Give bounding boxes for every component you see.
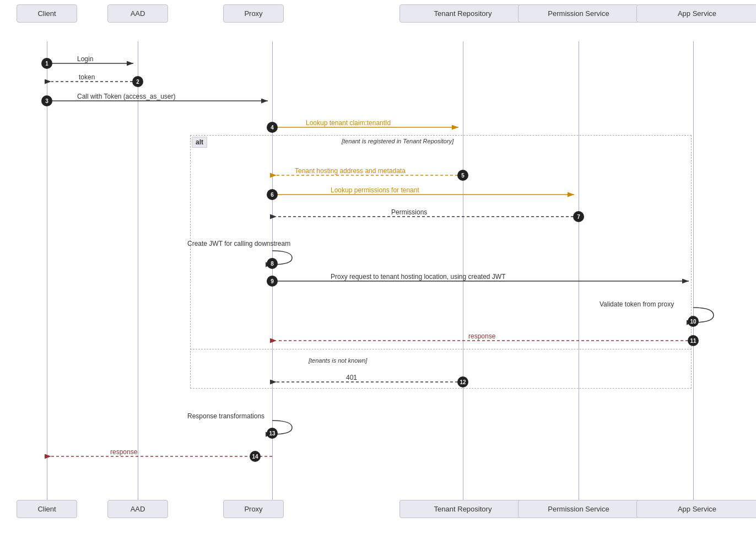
alt-condition-2: [tenants is not known] (309, 357, 367, 364)
msg-label-6: Lookup permissions for tenant (331, 186, 419, 194)
step-13: 13 (267, 428, 278, 439)
actor-aad-bottom: AAD (107, 500, 168, 518)
lifeline-aad (138, 41, 138, 503)
step-14: 14 (250, 451, 261, 462)
step-8: 8 (267, 258, 278, 269)
msg-label-10: Validate token from proxy (600, 300, 674, 308)
msg-label-4: Lookup tenant claim:tenantId (306, 119, 391, 127)
step-7: 7 (573, 211, 584, 222)
step-10: 10 (688, 316, 699, 327)
msg-label-7: Permissions (391, 208, 427, 216)
msg-label-2: token (79, 73, 95, 81)
msg-label-1: Login (77, 55, 93, 63)
step-9: 9 (267, 276, 278, 287)
step-11: 11 (688, 335, 699, 346)
lifeline-app-service (693, 41, 694, 503)
actor-app-service-top: App Service (636, 4, 756, 23)
actor-client-bottom: Client (17, 500, 77, 518)
actor-aad-top: AAD (107, 4, 168, 23)
msg-label-9: Proxy request to tenant hosting location… (331, 273, 506, 281)
step-1: 1 (41, 58, 52, 69)
actor-proxy-bottom: Proxy (223, 500, 284, 518)
actor-tenant-repo-top: Tenant Repository (399, 4, 526, 23)
step-2: 2 (132, 76, 143, 87)
step-3: 3 (41, 95, 52, 106)
sequence-diagram: Client AAD Proxy Tenant Repository Permi… (0, 0, 756, 544)
msg-label-5: Tenant hosting address and metadata (295, 167, 406, 175)
actor-proxy-top: Proxy (223, 4, 284, 23)
step-12: 12 (457, 376, 468, 387)
msg-label-14: response (110, 448, 137, 456)
actor-tenant-repo-bottom: Tenant Repository (399, 500, 526, 518)
step-4: 4 (267, 122, 278, 133)
msg-label-8: Create JWT for calling downstream (187, 240, 290, 247)
alt-box (190, 135, 692, 389)
step-5: 5 (457, 170, 468, 181)
alt-condition-1: [tenant is registered in Tenant Reposito… (342, 138, 453, 144)
actor-client-top: Client (17, 4, 77, 23)
step-6: 6 (267, 189, 278, 200)
alt-label: alt (192, 137, 207, 148)
actor-permission-service-bottom: Permission Service (518, 500, 639, 518)
actor-app-service-bottom: App Service (636, 500, 756, 518)
actor-permission-service-top: Permission Service (518, 4, 639, 23)
msg-label-13: Response transformations (187, 412, 264, 420)
alt-divider (190, 349, 692, 349)
msg-label-12: 401 (346, 374, 357, 381)
lifeline-client (47, 41, 47, 503)
msg-label-11: response (468, 332, 495, 340)
msg-label-3: Call with Token (access_as_user) (77, 93, 176, 100)
